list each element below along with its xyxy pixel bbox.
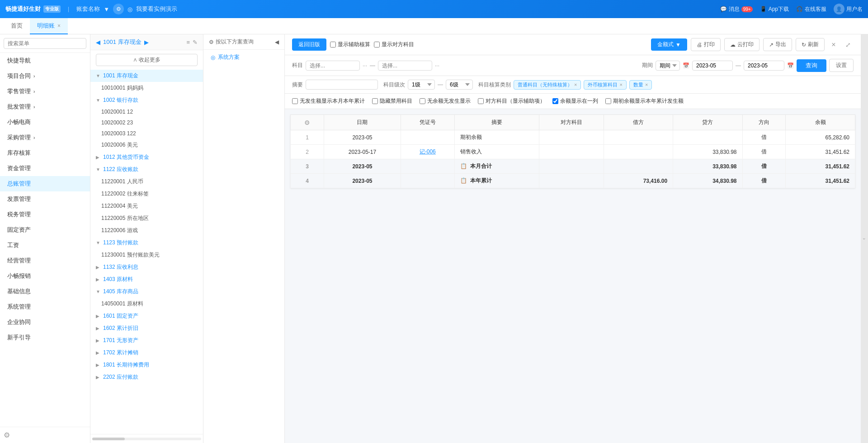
edit-icon[interactable]: ✎ (193, 39, 198, 46)
summary-input[interactable] (306, 80, 378, 90)
expand-more-btn[interactable]: ∧ 收起更多 (96, 54, 198, 66)
tree-item-1123[interactable]: ▼ 1123 预付账款 (90, 237, 203, 249)
tree-item-11220004[interactable]: 11220004 美元 (90, 200, 203, 212)
sidebar-item-business[interactable]: 经营管理 (0, 253, 90, 268)
tree-item-10020006[interactable]: 10020006 美元 (90, 139, 203, 151)
format-btn[interactable]: 金额式 ▼ (651, 38, 687, 51)
sidebar-item-tax[interactable]: 税务管理 (0, 207, 90, 222)
current-account[interactable]: ◀ 1001 库存现金 ▶ (96, 38, 149, 46)
tree-item-1702[interactable]: ▶ 1702 累计摊销 (90, 347, 203, 359)
sidebar-item-salary[interactable]: 工资 (0, 238, 90, 253)
checkbox-opening[interactable]: 期初余额显示本年累计发生额 (605, 97, 684, 105)
checkbox-no-balance2[interactable]: 无余额无发生显示 (420, 97, 471, 105)
tag-remove-0[interactable]: × (574, 82, 577, 87)
sidebar-item-inventory[interactable]: 库存核算 (0, 145, 90, 161)
cell-voucher-2[interactable]: 记-006 (401, 145, 454, 159)
print-btn[interactable]: 🖨 打印 (691, 38, 721, 51)
tree-item-1801[interactable]: ▶ 1801 长期待摊费用 (90, 359, 203, 371)
tree-item-11220006[interactable]: 11220006 游戏 (90, 224, 203, 237)
sidebar-item-system[interactable]: 系统管理 (0, 299, 90, 314)
tree-item-1002[interactable]: ▼ 1002 银行存款 (90, 94, 203, 106)
tree-item-1403[interactable]: ▶ 1403 原材料 (90, 273, 203, 286)
refresh-btn[interactable]: ↻ 刷新 (796, 38, 825, 51)
scheme-item-system[interactable]: ◎ 系统方案 (203, 50, 284, 65)
settings-icon[interactable]: ⚙ (113, 4, 124, 14)
sidebar-item-wholesale[interactable]: 批发管理› (0, 99, 90, 114)
calendar-icon[interactable]: 📅 (683, 62, 689, 69)
subject-end-input[interactable] (378, 61, 432, 71)
sidebar-item-purchase[interactable]: 采购管理› (0, 130, 90, 145)
tag-remove-1[interactable]: × (619, 82, 622, 87)
period-end-input[interactable] (744, 61, 784, 71)
tree-item-11220002[interactable]: 11220002 往来标签 (90, 188, 203, 200)
account-selector[interactable]: 账套名称 ▼ (76, 5, 109, 13)
tree-item-10020002[interactable]: 10020002 23 (90, 117, 203, 128)
sidebar-item-capital[interactable]: 资金管理 (0, 161, 90, 176)
sidebar-item-invoice[interactable]: 发票管理 (0, 191, 90, 207)
level-start-select[interactable]: 1级 (408, 80, 435, 90)
search-input[interactable] (4, 38, 86, 49)
period-type-select[interactable]: 期间 (656, 61, 680, 71)
tree-item-1132[interactable]: ▶ 1132 应收利息 (90, 261, 203, 273)
sidebar-item-project[interactable]: 项目合同› (0, 68, 90, 84)
tree-item-11220005[interactable]: 11220005 所在地区 (90, 212, 203, 224)
user-avatar[interactable]: 👤 用户名 (834, 4, 863, 14)
period-start-input[interactable] (692, 61, 733, 71)
expand-collapse-btn[interactable]: ⤢ (843, 39, 854, 50)
tree-item-1601[interactable]: ▶ 1601 固定资产 (90, 310, 203, 322)
list-icon[interactable]: ≡ (186, 39, 190, 46)
message-btn[interactable]: 💬 消息 99+ (720, 5, 753, 13)
query-btn[interactable]: 查询 (797, 59, 826, 72)
tree-item-1001[interactable]: ▼ 1001 库存现金 (90, 70, 203, 82)
sidebar-item-ecommerce[interactable]: 小畅电商 (0, 114, 90, 130)
right-collapse[interactable]: › (861, 34, 868, 443)
tag-remove-2[interactable]: × (645, 82, 648, 87)
tree-item-11220001[interactable]: 11220001 人民币 (90, 176, 203, 188)
tree-item-10010001[interactable]: 10010001 妈妈妈 (90, 82, 203, 94)
cloud-print-btn[interactable]: ☁ 云打印 (724, 38, 760, 51)
subject-end-more-icon[interactable]: ··· (435, 62, 439, 69)
collapse-icon[interactable]: ◀ (275, 39, 279, 45)
checkbox-hide-disabled[interactable]: 隐藏禁用科目 (372, 97, 412, 105)
voucher-link[interactable]: 记-006 (420, 148, 436, 155)
back-btn[interactable]: 返回旧版 (292, 38, 326, 51)
tree-item-2202[interactable]: ▶ 2202 应付账款 (90, 371, 203, 383)
show-subject-checkbox[interactable]: 显示对方科目 (374, 41, 414, 48)
sidebar-item-shortcut[interactable]: 快捷导航 (0, 53, 90, 68)
export-btn[interactable]: ↗ 导出 (763, 38, 792, 51)
tree-item-1701[interactable]: ▶ 1701 无形资产 (90, 334, 203, 347)
set-btn[interactable]: 设置 (829, 59, 854, 72)
sidebar-item-guide[interactable]: 新手引导 (0, 330, 90, 345)
checkbox-opposite[interactable]: 对方科目（显示辅助项） (478, 97, 545, 105)
tree-item-10020001[interactable]: 10020001 12 (90, 106, 203, 117)
calendar-end-icon[interactable]: 📅 (787, 62, 794, 69)
app-download-btn[interactable]: 📱 App下载 (760, 5, 789, 13)
sidebar-item-assets[interactable]: 固定资产 (0, 222, 90, 238)
close-btn[interactable]: × (828, 39, 839, 50)
tree-item-1122[interactable]: ▼ 1122 应收账款 (90, 163, 203, 176)
checkbox-show-balance[interactable]: 余额显示在一列 (552, 97, 598, 105)
sidebar-item-retail[interactable]: 零售管理› (0, 84, 90, 99)
tree-item-11230001[interactable]: 11230001 预付账款美元 (90, 249, 203, 261)
sidebar-item-report[interactable]: 小畅报销 (0, 268, 90, 284)
sidebar-item-enterprise[interactable]: 企业协同 (0, 314, 90, 330)
checkbox-no-balance[interactable]: 无发生额显示本月本年累计 (292, 97, 365, 105)
tree-item-1405[interactable]: ▼ 1405 库存商品 (90, 286, 203, 298)
tree-item-1602[interactable]: ▶ 1602 累计折旧 (90, 322, 203, 334)
level-end-select[interactable]: 6级 (446, 80, 473, 90)
sidebar-item-basic[interactable]: 基础信息 (0, 284, 90, 299)
tab-home[interactable]: 首页 (4, 18, 30, 34)
sidebar-item-accounting[interactable]: 总账管理 (0, 176, 90, 191)
online-service-btn[interactable]: 🎧 在线客服 (796, 5, 826, 13)
subject-more-icon[interactable]: ··· (363, 62, 367, 69)
subject-input[interactable] (306, 61, 360, 71)
settings-gear-icon[interactable]: ⚙ (4, 431, 10, 439)
tab-detail[interactable]: 明细账 × (30, 18, 68, 34)
demo-link[interactable]: ◎ 我要看实例演示 (127, 5, 177, 13)
show-aux-checkbox[interactable]: 显示辅助核算 (330, 41, 370, 48)
tree-item-1012[interactable]: ▶ 1012 其他货币资金 (90, 151, 203, 163)
tree-item-10020003[interactable]: 10020003 122 (90, 128, 203, 139)
col-settings[interactable]: ⚙ (291, 115, 324, 130)
tab-close-icon[interactable]: × (57, 23, 61, 29)
tree-item-14050001[interactable]: 14050001 原材料 (90, 298, 203, 310)
